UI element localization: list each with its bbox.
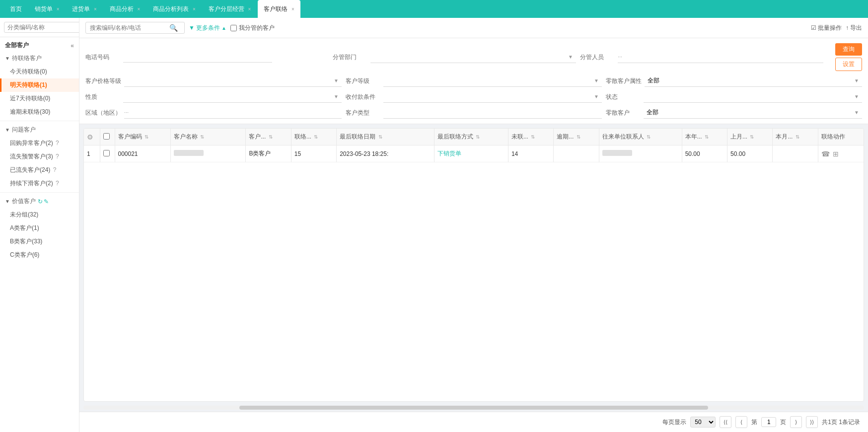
th-unit-contacts[interactable]: 往来单位联系人 ⇅ [599,129,682,145]
dept-label: 分管部门 [333,53,367,62]
value-group-title[interactable]: ▼ 价值客户 ↻ ✎ [0,195,79,208]
sort-unit-icon[interactable]: ⇅ [647,134,651,140]
sort-uncontacted-icon[interactable]: ⇅ [531,134,535,140]
edit-icon[interactable]: ✎ [44,198,49,205]
more-icon[interactable]: ⊞ [833,150,839,158]
th-name[interactable]: 客户名称 ⇅ [171,129,246,145]
sort-lm-icon[interactable]: ⇅ [750,134,754,140]
sidebar-7day-pending[interactable]: 近7天待联络(0) [0,92,79,105]
retail-customer-select[interactable]: 全部 ▼ [644,107,862,119]
th-last-contact-method[interactable]: 最后联络方式 ⇅ [434,129,508,145]
pending-group-title[interactable]: ▼ 待联络客户 [0,52,79,65]
nav-close-analysis[interactable]: × [138,6,141,12]
select-all-checkbox[interactable] [103,133,110,140]
payment-select[interactable]: ▼ [383,91,602,103]
sidebar-tomorrow-pending[interactable]: 明天待联络(1) [0,78,79,92]
batch-ops-btn[interactable]: ☑ 批量操作 [811,24,842,32]
contact-icon[interactable]: ☎ [821,150,830,158]
nav-close-contact[interactable]: × [291,6,294,12]
manager-input-wrap[interactable]: ··· [618,51,823,63]
value-level-select[interactable]: ▼ [124,75,342,87]
sort-tm-icon[interactable]: ⇅ [796,134,799,140]
more-conditions-btn[interactable]: ▼ 更多条件 ▲ [189,24,226,32]
status-select[interactable]: ▼ [644,91,862,103]
sort-overdue-icon[interactable]: ⇅ [577,134,580,140]
sort-date-icon[interactable]: ⇅ [378,134,382,140]
last-page-btn[interactable]: ⟩⟩ [806,416,818,428]
set-btn[interactable]: 设置 [835,58,862,71]
nav-close-tier[interactable]: × [248,6,251,12]
sort-code-icon[interactable]: ⇅ [145,134,148,140]
nav-home[interactable]: 首页 [4,0,28,18]
nav-purchase-order[interactable]: 进货单 × [66,0,102,18]
sidebar-churn-warning[interactable]: 流失预警客户(3) ? [0,150,79,163]
nav-customer-tier[interactable]: 客户分层经营 × [203,0,257,18]
sidebar-search-input[interactable] [4,22,79,33]
search-icon[interactable]: 🔍 [169,24,178,32]
nav-product-analysis-list[interactable]: 商品分析列表 × [147,0,201,18]
scrollbar-thumb[interactable] [239,406,708,410]
my-customers-check[interactable] [230,25,237,31]
sidebar-today-pending[interactable]: 今天待联络(0) [0,65,79,78]
sort-year-icon[interactable]: ⇅ [705,134,709,140]
page-input[interactable] [761,417,776,427]
nav-customer-contact[interactable]: 客户联络 × [258,0,300,18]
sidebar-ungrouped[interactable]: 未分组(32) [0,208,79,221]
th-last-contact-date[interactable]: 最后联络日期 ⇅ [337,129,434,145]
retail-attr-select[interactable]: 全部 ▼ [645,75,862,87]
my-customers-checkbox[interactable]: 我分管的客户 [230,24,275,32]
th-overdue[interactable]: 逾期... ⇅ [554,129,599,145]
gender-select[interactable]: ▼ [123,91,342,103]
all-customers-header[interactable]: 全部客户 « [0,37,79,52]
th-last-month[interactable]: 上月... ⇅ [727,129,773,145]
page-size-select[interactable]: 50 100 200 [690,417,716,428]
sidebar-c-class[interactable]: C类客户(6) [0,248,79,262]
manager-label: 分管人员 [580,53,615,62]
td-checkbox[interactable] [100,145,115,162]
sort-contact-icon[interactable]: ⇅ [314,134,318,140]
last-method-link[interactable]: 下销货单 [437,150,461,157]
region-dots: ··· [124,109,129,115]
horizontal-scrollbar[interactable] [83,406,864,410]
th-type[interactable]: 客户... ⇅ [246,129,291,145]
filter-region: 区域（地区） ··· [85,107,342,119]
dept-select[interactable]: ▼ [370,51,576,63]
settings-icon[interactable]: ⚙ [87,133,93,141]
nav-product-analysis[interactable]: 商品分析 × [104,0,146,18]
query-btn[interactable]: 查询 [835,43,862,56]
th-code[interactable]: 客户编码 ⇅ [115,129,171,145]
prev-page-btn[interactable]: ⟨ [735,416,747,428]
refresh-icon[interactable]: ↻ [38,198,43,205]
export-btn[interactable]: ↑ 导出 [846,24,862,32]
sidebar-overdue-pending[interactable]: 逾期未联络(30) [0,105,79,119]
nav-close-sales[interactable]: × [57,6,60,12]
th-this-month[interactable]: 本月... ⇅ [773,129,818,145]
sidebar-b-class[interactable]: B类客户(33) [0,235,79,248]
sidebar-a-class[interactable]: A类客户(1) [0,221,79,235]
region-input-wrap[interactable]: ··· [124,107,342,119]
next-page-btn[interactable]: ⟩ [790,416,802,428]
customer-type-select[interactable] [383,107,602,119]
sidebar-declining[interactable]: 持续下滑客户(2) ? [0,177,79,190]
td-last-method[interactable]: 下销货单 [434,145,508,162]
sort-method-icon[interactable]: ⇅ [476,134,480,140]
th-this-year[interactable]: 本年... ⇅ [682,129,727,145]
row-checkbox-0[interactable] [103,150,110,156]
search-input[interactable] [90,24,169,31]
th-uncontacted[interactable]: 未联... ⇅ [508,129,553,145]
nav-close-analysis-list[interactable]: × [193,6,196,12]
nav-close-purchase[interactable]: × [94,6,97,12]
th-checkbox[interactable] [100,129,115,145]
sidebar-churned[interactable]: 已流失客户(24) ? [0,163,79,177]
customer-level-select[interactable]: ▼ [383,75,602,87]
nav-sales-order[interactable]: 销货单 × [29,0,65,18]
sidebar-repurchase-abnormal[interactable]: 回购异常客户(2) ? [0,137,79,150]
th-settings[interactable]: ⚙ [84,129,100,145]
sort-type-icon[interactable]: ⇅ [269,134,273,140]
problem-group-title[interactable]: ▼ 问题客户 [0,123,79,137]
collapse-icon[interactable]: « [71,42,74,49]
sort-name-icon[interactable]: ⇅ [200,134,204,140]
th-contact[interactable]: 联络... ⇅ [291,129,336,145]
phone-input[interactable] [123,52,272,63]
first-page-btn[interactable]: ⟨⟨ [720,416,731,428]
